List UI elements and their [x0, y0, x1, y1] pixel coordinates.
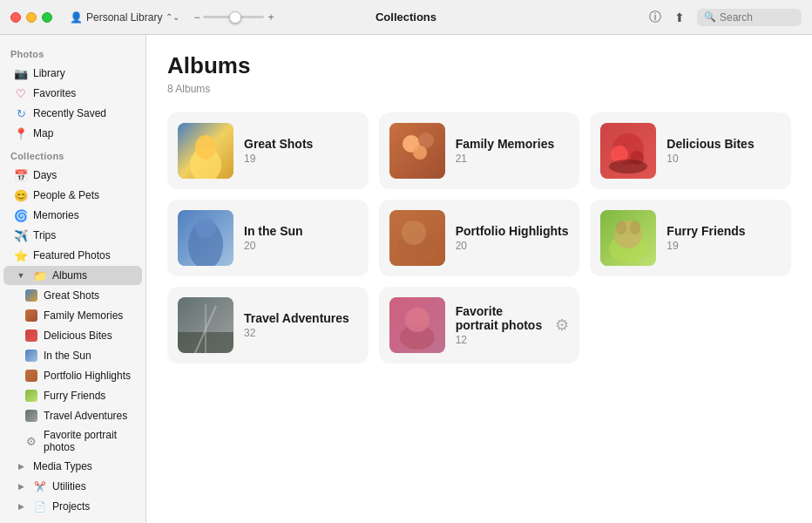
album-info: Travel Adventures 32 — [244, 311, 358, 339]
album-thumbnail — [178, 210, 233, 266]
album-name: Portfolio Highlights — [456, 224, 570, 238]
sidebar-item-map[interactable]: 📍 Map — [3, 124, 142, 143]
sidebar-item-label: Recently Saved — [33, 107, 132, 119]
furry-friends-thumb — [24, 389, 38, 403]
sidebar-item-favorite-portrait-photos[interactable]: ⚙ Favorite portrait photos — [3, 426, 142, 456]
gear-icon: ⚙ — [24, 434, 38, 448]
delicious-bites-thumb — [24, 329, 38, 343]
sidebar-item-label: Library — [33, 67, 132, 79]
sidebar-projects-label: Projects — [52, 500, 132, 513]
sidebar-item-albums[interactable]: ▼ 📁 Albums — [3, 266, 142, 285]
portfolio-highlights-thumb — [24, 369, 38, 383]
sidebar-item-favorites[interactable]: ♡ Favorites — [3, 84, 142, 103]
album-card-family-memories[interactable]: Family Memories 21 — [379, 112, 580, 189]
gear-action-icon[interactable]: ⚙ — [555, 316, 569, 335]
album-name: Delicious Bites — [667, 137, 781, 151]
sidebar-item-label: Favorites — [33, 87, 132, 99]
sidebar-item-projects[interactable]: ▶ 📄 Projects — [3, 497, 142, 516]
svg-point-2 — [195, 135, 216, 160]
albums-icon: 📁 — [33, 268, 47, 282]
album-thumbnail — [600, 210, 656, 266]
album-count: 20 — [456, 240, 570, 252]
sidebar-item-label: People & Pets — [33, 189, 132, 201]
sidebar-item-great-shots[interactable]: Great Shots — [3, 286, 142, 305]
albums-grid: Great Shots 19 — [167, 112, 791, 363]
album-card-favorite-portrait-photos[interactable]: Favorite portrait photos 12 ⚙ — [379, 287, 580, 363]
collections-section-label: Collections — [0, 144, 145, 165]
album-thumbnail — [389, 297, 445, 353]
search-input[interactable] — [720, 11, 789, 24]
album-count: 20 — [244, 240, 358, 252]
album-info: Portfolio Highlights 20 — [456, 224, 570, 252]
sidebar: Photos 📷 Library ♡ Favorites ↻ Recently … — [0, 35, 146, 523]
trips-icon: ✈️ — [14, 228, 28, 242]
sidebar-albums-label: Albums — [52, 269, 132, 282]
album-name: Favorite portrait photos — [456, 304, 545, 332]
toolbar-right: ⓘ ⬆ 🔍 — [648, 9, 802, 26]
traffic-lights — [10, 12, 52, 23]
sharing-section-label: Sharing — [0, 517, 145, 523]
sidebar-item-days[interactable]: 📅 Days — [3, 166, 142, 185]
app-body: Photos 📷 Library ♡ Favorites ↻ Recently … — [0, 35, 812, 523]
library-icon: 📷 — [14, 66, 28, 80]
sidebar-item-label: Delicious Bites — [44, 329, 132, 342]
sidebar-item-label: Great Shots — [44, 289, 132, 302]
sidebar-item-label: Favorite portrait photos — [44, 429, 132, 453]
album-info: Family Memories 21 — [456, 137, 570, 165]
album-info: Furry Friends 19 — [667, 224, 781, 252]
sidebar-item-media-types[interactable]: ▶ Media Types — [3, 457, 142, 476]
sidebar-item-memories[interactable]: 🌀 Memories — [3, 206, 142, 225]
album-card-in-the-sun[interactable]: In the Sun 20 — [167, 200, 369, 276]
sidebar-item-furry-friends[interactable]: Furry Friends — [3, 386, 142, 405]
minimize-button[interactable] — [26, 12, 37, 23]
sidebar-item-featured-photos[interactable]: ⭐ Featured Photos — [3, 246, 142, 265]
sidebar-item-in-the-sun[interactable]: In the Sun — [3, 346, 142, 365]
share-button[interactable]: ⬆ — [673, 10, 687, 24]
album-info: In the Sun 20 — [244, 224, 358, 252]
sidebar-item-family-memories[interactable]: Family Memories — [3, 306, 142, 325]
zoom-slider[interactable]: − + — [193, 11, 274, 24]
sidebar-utilities-label: Utilities — [52, 480, 132, 492]
album-count: 19 — [244, 153, 358, 165]
sidebar-item-delicious-bites[interactable]: Delicious Bites — [3, 326, 142, 345]
search-box[interactable]: 🔍 — [697, 9, 802, 26]
sidebar-item-library[interactable]: 📷 Library — [3, 64, 142, 83]
family-memories-thumb — [24, 309, 38, 323]
album-info: Favorite portrait photos 12 — [456, 304, 545, 346]
sidebar-item-label: Portfolio Highlights — [44, 370, 132, 382]
sidebar-item-label: In the Sun — [44, 350, 132, 362]
slider-thumb[interactable] — [229, 11, 241, 24]
svg-point-22 — [630, 221, 640, 234]
sidebar-item-travel-adventures[interactable]: Travel Adventures — [3, 406, 142, 425]
album-name: Great Shots — [244, 137, 358, 151]
plus-icon: + — [267, 11, 274, 24]
svg-point-17 — [402, 221, 426, 245]
content-area: Albums 8 Albums — [146, 35, 812, 523]
album-card-great-shots[interactable]: Great Shots 19 — [167, 112, 369, 189]
svg-point-6 — [413, 146, 427, 160]
sidebar-item-label: Featured Photos — [33, 249, 132, 262]
album-count: 10 — [667, 153, 781, 165]
album-card-portfolio-highlights[interactable]: Portfolio Highlights 20 — [379, 200, 580, 276]
sidebar-item-label: Days — [33, 169, 132, 181]
svg-point-11 — [609, 160, 647, 173]
sidebar-item-recently-saved[interactable]: ↻ Recently Saved — [3, 104, 142, 123]
library-selector[interactable]: 👤 Personal Library ⌃⌄ — [70, 11, 179, 24]
slider-track[interactable] — [203, 16, 264, 18]
close-button[interactable] — [10, 12, 21, 23]
album-card-delicious-bites[interactable]: Delicious Bites 10 — [590, 112, 791, 189]
sidebar-item-people-pets[interactable]: 😊 People & Pets — [3, 186, 142, 205]
info-button[interactable]: ⓘ — [648, 10, 662, 24]
album-thumbnail — [600, 123, 656, 179]
album-thumbnail — [389, 123, 445, 179]
sidebar-item-trips[interactable]: ✈️ Trips — [3, 226, 142, 245]
library-label: Personal Library — [86, 11, 162, 24]
album-name: Furry Friends — [667, 224, 781, 238]
sidebar-item-portfolio-highlights[interactable]: Portfolio Highlights — [3, 366, 142, 385]
svg-point-29 — [405, 308, 430, 332]
album-card-furry-friends[interactable]: Furry Friends 19 — [590, 200, 791, 276]
fullscreen-button[interactable] — [42, 12, 52, 23]
memories-icon: 🌀 — [14, 208, 28, 222]
album-card-travel-adventures[interactable]: Travel Adventures 32 — [167, 287, 369, 363]
sidebar-item-utilities[interactable]: ▶ ✂️ Utilities — [3, 477, 142, 496]
